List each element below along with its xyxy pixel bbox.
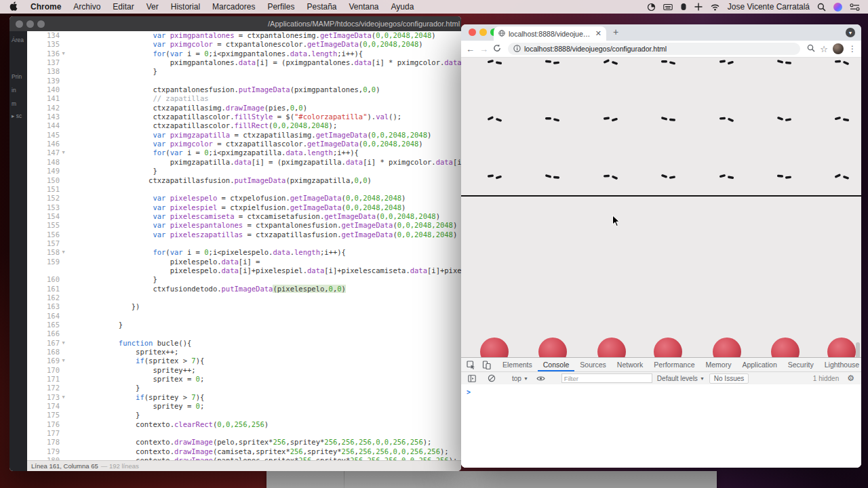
address-bar[interactable]: localhost:8888/videojuegos/configurador.…	[508, 43, 800, 55]
console-output[interactable]: >	[461, 384, 861, 468]
code-text: var pixelespelo = ctxpelofusion.getImage…	[67, 194, 406, 203]
fold-arrow-icon[interactable]: ▼	[60, 357, 67, 365]
line-number: 172	[27, 384, 60, 392]
code-line: 163})	[27, 302, 461, 311]
editor-window[interactable]: /Applications/MAMP/htdocs/videojuegos/co…	[9, 16, 461, 471]
fold-gutter	[60, 285, 67, 293]
forward-button[interactable]: →	[479, 45, 488, 54]
menu-item-marcadores[interactable]: Marcadores	[206, 2, 261, 12]
editor-sidebar[interactable]: ÁreaPrininm▸ sc	[9, 31, 27, 471]
code-line: pixelespelo.data[i]+pixelespiel.data[i]+…	[27, 266, 461, 275]
editor-minimize-button[interactable]	[26, 20, 34, 28]
devtools-tab-performance[interactable]: Performance	[648, 358, 700, 371]
inspect-element-icon[interactable]	[463, 358, 479, 371]
tab-search-button[interactable]: ▼	[846, 28, 855, 37]
sidebar-item[interactable]: Prin	[12, 73, 22, 80]
fold-arrow-icon[interactable]: ▼	[60, 49, 67, 58]
fold-gutter	[60, 158, 67, 167]
console-sidebar-icon[interactable]	[465, 375, 479, 382]
fold-arrow-icon[interactable]: ▼	[60, 393, 67, 402]
editor-close-button[interactable]	[16, 20, 23, 28]
devtools-tab-memory[interactable]: Memory	[700, 358, 736, 371]
code-text: }	[67, 167, 157, 176]
menu-item-pestaña[interactable]: Pestaña	[300, 2, 342, 12]
move-tool-icon[interactable]	[694, 3, 703, 11]
menu-item-historial[interactable]: Historial	[165, 2, 206, 12]
backup-status-icon[interactable]	[647, 3, 656, 12]
fold-gutter	[60, 275, 67, 284]
shoe-sprite	[660, 174, 677, 180]
background-window[interactable]	[267, 471, 717, 488]
code-text: for(var i = 0;i<pixelespelo.data.length;…	[67, 248, 346, 257]
bookmark-star-icon[interactable]: ☆	[820, 45, 828, 54]
browser-minimize-button[interactable]	[479, 28, 487, 36]
editor-zoom-button[interactable]	[37, 20, 45, 28]
menu-item-chrome[interactable]: Chrome	[24, 2, 67, 12]
fold-gutter	[60, 239, 67, 248]
menu-item-ventana[interactable]: Ventana	[343, 2, 385, 12]
browser-close-button[interactable]	[469, 28, 476, 36]
devtools-tab-network[interactable]: Network	[612, 358, 649, 371]
menu-item-ver[interactable]: Ver	[140, 2, 165, 12]
code-editor[interactable]: 134var pximgpantalones = ctxpantalonesim…	[27, 31, 461, 461]
device-toolbar-icon[interactable]	[479, 358, 494, 371]
browser-menu-icon[interactable]: ⋮	[848, 44, 856, 54]
zoom-indicator-icon[interactable]	[807, 44, 815, 54]
code-line: 173▼if(spritey > 7){	[27, 393, 461, 402]
character-sprite	[649, 336, 688, 358]
page-info-icon[interactable]	[513, 45, 521, 54]
code-line: 170spritey++;	[27, 366, 461, 375]
tab-close-icon[interactable]: ✕	[595, 29, 601, 38]
devtools-tab-lighthouse[interactable]: Lighthouse	[819, 358, 861, 371]
console-prompt-chevron[interactable]: >	[461, 384, 861, 396]
sidebar-item[interactable]: in	[12, 87, 16, 94]
fold-arrow-icon[interactable]: ▼	[60, 339, 67, 348]
page-scrollbar[interactable]	[856, 342, 860, 358]
shoe-sprite	[833, 174, 851, 180]
fold-gutter	[60, 230, 67, 239]
code-text: var pixelespantalones = ctxpantalonesfus…	[67, 221, 457, 230]
console-filter-input[interactable]	[561, 373, 652, 383]
line-number: 144	[27, 121, 60, 130]
line-number: 134	[27, 31, 60, 40]
browser-tab[interactable]: localhost:8888/videojuegos/c ✕	[494, 26, 606, 41]
no-issues-button[interactable]: No Issues	[709, 373, 749, 384]
wifi-icon[interactable]	[710, 3, 720, 11]
reload-button[interactable]	[493, 44, 501, 54]
keyboard-icon[interactable]	[663, 3, 673, 11]
profile-avatar[interactable]	[833, 43, 844, 54]
fold-arrow-icon[interactable]: ▼	[60, 148, 67, 157]
mouse-icon[interactable]	[680, 3, 687, 11]
sidebar-item[interactable]: m	[12, 100, 16, 107]
new-tab-button[interactable]: +	[613, 26, 618, 37]
devtools-tab-security[interactable]: Security	[783, 358, 819, 371]
devtools-tab-console[interactable]: Console	[538, 358, 575, 371]
background-window-divider	[344, 471, 344, 488]
browser-window[interactable]: localhost:8888/videojuegos/c ✕ + ▼ ← → l…	[461, 24, 861, 468]
fold-arrow-icon[interactable]: ▼	[60, 248, 67, 257]
log-levels-dropdown[interactable]: Default levels▼	[657, 375, 705, 382]
devtools-tab-application[interactable]: Application	[736, 358, 782, 371]
apple-logo-icon[interactable]	[9, 1, 18, 13]
sidebar-item[interactable]: Área	[12, 37, 24, 43]
back-button[interactable]: ←	[466, 45, 475, 54]
clear-console-icon[interactable]	[484, 374, 499, 382]
menu-item-archivo[interactable]: Archivo	[67, 2, 106, 12]
devtools-tab-elements[interactable]: Elements	[497, 358, 538, 371]
live-expression-eye-icon[interactable]	[533, 375, 549, 382]
console-settings-gear-icon[interactable]: ⚙	[844, 373, 858, 383]
user-menu[interactable]: Jose Vicente Carratalá	[728, 2, 810, 12]
sidebar-item[interactable]: ▸ sc	[12, 113, 22, 119]
fold-gutter	[60, 258, 67, 266]
control-center-icon[interactable]	[850, 3, 860, 11]
devtools-tab-sources[interactable]: Sources	[574, 358, 612, 371]
menu-item-editar[interactable]: Editar	[106, 2, 140, 12]
editor-titlebar[interactable]: /Applications/MAMP/htdocs/videojuegos/co…	[9, 16, 461, 31]
spotlight-search-icon[interactable]	[817, 3, 826, 12]
siri-icon[interactable]	[833, 3, 842, 12]
javascript-context-dropdown[interactable]: top▼	[512, 375, 528, 382]
line-number: 147	[27, 148, 60, 157]
menu-item-ayuda[interactable]: Ayuda	[385, 2, 420, 12]
menu-item-perfiles[interactable]: Perfiles	[261, 2, 300, 12]
code-text: var pixelespiel = ctxpielfusion.getImage…	[67, 203, 406, 212]
